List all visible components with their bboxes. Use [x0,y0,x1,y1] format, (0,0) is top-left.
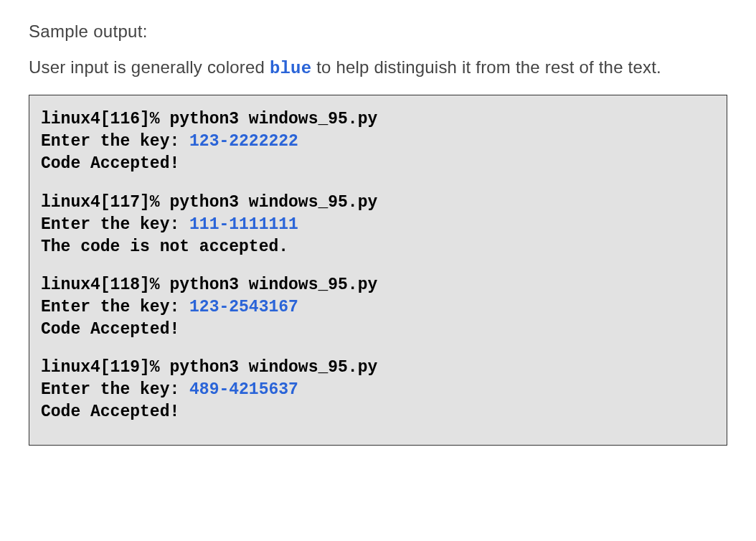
program-result-line: Code Accepted! [41,401,715,423]
description-paragraph: User input is generally colored blue to … [29,56,727,80]
terminal-run: linux4[118]% python3 windows_95.py Enter… [41,274,715,341]
prompt-label: Enter the key: [41,132,189,151]
program-prompt-line: Enter the key: 123-2543167 [41,296,715,319]
result-text: Code Accepted! [41,403,179,421]
result-text: Code Accepted! [41,320,179,339]
shell-command-line: linux4[117]% python3 windows_95.py [41,192,715,214]
program-prompt-line: Enter the key: 123-2222222 [41,131,715,153]
blue-keyword: blue [270,59,311,78]
prompt-label: Enter the key: [41,215,189,234]
program-prompt-line: Enter the key: 111-1111111 [41,214,715,236]
program-prompt-line: Enter the key: 489-4215637 [41,379,715,401]
result-text: Code Accepted! [41,154,179,173]
shell-command-line: linux4[118]% python3 windows_95.py [41,274,715,296]
shell-command-line: linux4[119]% python3 windows_95.py [41,357,715,379]
description-text-after: to help distinguish it from the rest of … [311,57,661,77]
prompt-label: Enter the key: [41,298,189,316]
user-input: 111-1111111 [189,215,298,234]
result-text: The code is not accepted. [41,237,288,256]
user-input: 123-2222222 [189,132,298,151]
user-input: 123-2543167 [189,298,298,316]
shell-command-line: linux4[116]% python3 windows_95.py [41,108,715,131]
program-result-line: Code Accepted! [41,153,715,175]
prompt-label: Enter the key: [41,380,189,399]
section-heading: Sample output: [29,22,727,42]
user-input: 489-4215637 [189,380,298,399]
terminal-run: linux4[116]% python3 windows_95.py Enter… [41,108,715,175]
shell-command: linux4[119]% python3 windows_95.py [41,358,377,377]
terminal-run: linux4[119]% python3 windows_95.py Enter… [41,357,715,423]
description-text-before: User input is generally colored [29,57,270,77]
shell-command: linux4[118]% python3 windows_95.py [41,276,377,294]
program-result-line: The code is not accepted. [41,236,715,258]
shell-command: linux4[116]% python3 windows_95.py [41,110,377,128]
shell-command: linux4[117]% python3 windows_95.py [41,193,377,212]
sample-output-code-block: linux4[116]% python3 windows_95.py Enter… [29,95,727,446]
terminal-run: linux4[117]% python3 windows_95.py Enter… [41,192,715,258]
program-result-line: Code Accepted! [41,319,715,341]
